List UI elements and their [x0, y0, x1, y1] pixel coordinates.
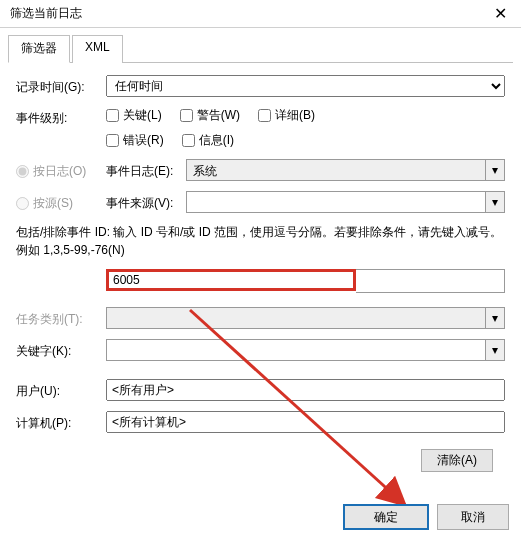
event-id-rest: [356, 269, 505, 293]
cancel-button[interactable]: 取消: [437, 504, 509, 530]
titlebar: 筛选当前日志 ✕: [0, 0, 521, 28]
label-event-source: 事件来源(V):: [106, 192, 186, 212]
check-critical-label: 关键(L): [123, 107, 162, 124]
event-log-value: 系统: [186, 159, 485, 181]
check-error-box[interactable]: [106, 134, 119, 147]
filter-form: 记录时间(G): 任何时间 事件级别: 关键(L) 警告(W): [8, 75, 513, 472]
ok-button[interactable]: 确定: [343, 504, 429, 530]
event-log-dropdown-btn[interactable]: ▾: [485, 159, 505, 181]
dialog-footer: 确定 取消: [343, 504, 509, 530]
check-warning-box[interactable]: [180, 109, 193, 122]
radio-by-log-label: 按日志(O): [33, 163, 86, 180]
label-user: 用户(U):: [16, 380, 106, 400]
radio-by-source-label: 按源(S): [33, 195, 73, 212]
tab-filter[interactable]: 筛选器: [8, 35, 70, 63]
radio-by-log-input: [16, 165, 29, 178]
check-info-box[interactable]: [182, 134, 195, 147]
chevron-down-icon: ▾: [492, 311, 498, 325]
label-event-log: 事件日志(E):: [106, 160, 186, 180]
radio-by-log: 按日志(O): [16, 163, 86, 180]
chevron-down-icon: ▾: [492, 343, 498, 357]
check-verbose-label: 详细(B): [275, 107, 315, 124]
close-icon[interactable]: ✕: [488, 6, 513, 22]
check-critical-box[interactable]: [106, 109, 119, 122]
radio-by-source: 按源(S): [16, 195, 73, 212]
check-warning-label: 警告(W): [197, 107, 240, 124]
event-id-input[interactable]: [106, 269, 356, 291]
chevron-down-icon: ▾: [492, 163, 498, 177]
label-computer: 计算机(P):: [16, 412, 106, 432]
clear-button[interactable]: 清除(A): [421, 449, 493, 472]
radio-by-source-input: [16, 197, 29, 210]
check-verbose-box[interactable]: [258, 109, 271, 122]
label-task-category: 任务类别(T):: [16, 308, 106, 328]
label-keyword: 关键字(K):: [16, 340, 106, 360]
event-source-value: [186, 191, 485, 213]
check-warning[interactable]: 警告(W): [180, 107, 240, 124]
keyword-value: [106, 339, 485, 361]
window-title: 筛选当前日志: [8, 5, 82, 22]
task-category-dropdown-btn[interactable]: ▾: [485, 307, 505, 329]
dialog-content: 筛选器 XML 记录时间(G): 任何时间 事件级别: 关键(L): [0, 28, 521, 480]
check-critical[interactable]: 关键(L): [106, 107, 162, 124]
event-id-hint: 包括/排除事件 ID: 输入 ID 号和/或 ID 范围，使用逗号分隔。若要排除…: [16, 223, 505, 259]
task-category-value: [106, 307, 485, 329]
keyword-dropdown-btn[interactable]: ▾: [485, 339, 505, 361]
tabstrip: 筛选器 XML: [8, 34, 513, 63]
check-verbose[interactable]: 详细(B): [258, 107, 315, 124]
event-source-dropdown-btn[interactable]: ▾: [485, 191, 505, 213]
log-time-select[interactable]: 任何时间: [106, 75, 505, 97]
tab-xml[interactable]: XML: [72, 35, 123, 63]
check-error[interactable]: 错误(R): [106, 132, 164, 149]
check-info-label: 信息(I): [199, 132, 234, 149]
check-error-label: 错误(R): [123, 132, 164, 149]
computer-input[interactable]: [106, 411, 505, 433]
user-input[interactable]: [106, 379, 505, 401]
label-event-level: 事件级别:: [16, 107, 106, 127]
label-log-time: 记录时间(G):: [16, 76, 106, 96]
check-info[interactable]: 信息(I): [182, 132, 234, 149]
chevron-down-icon: ▾: [492, 195, 498, 209]
